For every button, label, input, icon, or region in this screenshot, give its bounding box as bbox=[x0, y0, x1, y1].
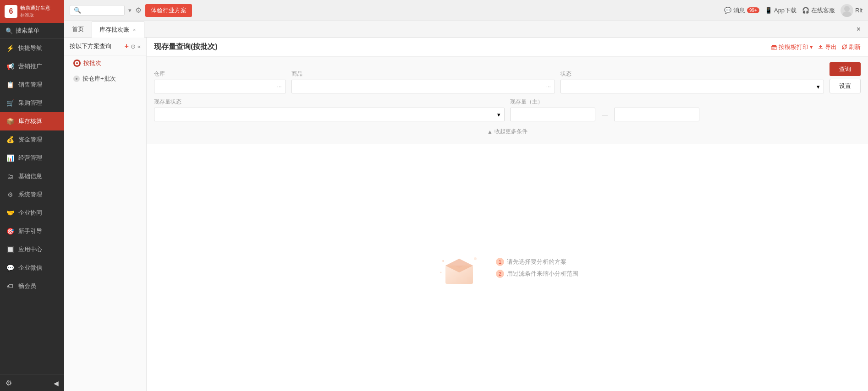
product-more-icon[interactable]: ··· bbox=[546, 83, 551, 90]
messages-label: 消息 bbox=[733, 6, 745, 15]
inventory-qty-dash: — bbox=[598, 111, 611, 118]
user-name: Rit bbox=[855, 7, 863, 14]
search-menu-label: 搜索菜单 bbox=[16, 27, 39, 35]
tab-home[interactable]: 首页 bbox=[64, 21, 92, 37]
topbar-settings-icon[interactable]: ⚙ bbox=[135, 6, 142, 15]
close-all-tabs-btn[interactable]: × bbox=[849, 22, 868, 37]
collapse-up-icon: ▲ bbox=[487, 129, 493, 135]
content-area: 按以下方案查询 + ⊙ « 按批次 按仓库+批次 bbox=[64, 38, 868, 391]
sidebar-item-purchase[interactable]: 🛒 采购管理 bbox=[0, 94, 64, 112]
sidebar-item-operation[interactable]: 📊 经营管理 bbox=[0, 149, 64, 167]
sidebar-item-newbie[interactable]: 🎯 新手引导 bbox=[0, 222, 64, 240]
settings-button[interactable]: 设置 bbox=[830, 79, 861, 93]
inventory-icon: 📦 bbox=[5, 117, 15, 126]
inventory-status-select[interactable]: ▾ bbox=[154, 108, 505, 121]
user-avatar bbox=[841, 4, 853, 17]
sidebar-item-label: 资金管理 bbox=[18, 136, 42, 144]
svg-point-15 bbox=[474, 257, 477, 260]
svg-point-0 bbox=[844, 6, 850, 11]
warehouse-filter-group: 仓库 ··· bbox=[154, 70, 286, 93]
print-btn[interactable]: 按模板打印 ▾ bbox=[771, 43, 813, 51]
left-panel: 按以下方案查询 + ⊙ « 按批次 按仓库+批次 bbox=[64, 38, 147, 391]
search-input[interactable] bbox=[83, 7, 120, 14]
status-input[interactable]: ▾ bbox=[560, 80, 824, 93]
svg-point-5 bbox=[76, 78, 77, 80]
sidebar-item-quick-nav[interactable]: ⚡ 快捷导航 bbox=[0, 39, 64, 57]
empty-tips: 1 请先选择要分析的方案 2 用过滤条件来缩小分析范围 bbox=[496, 256, 578, 280]
add-scheme-btn[interactable]: + bbox=[124, 42, 128, 50]
search-bar-icon: 🔍 bbox=[74, 7, 81, 14]
sidebar-item-sales[interactable]: 📋 销售管理 bbox=[0, 76, 64, 94]
inventory-status-dropdown-icon[interactable]: ▾ bbox=[497, 111, 500, 118]
warehouse-input[interactable]: ··· bbox=[154, 80, 286, 93]
sidebar-item-finance[interactable]: 💰 资金管理 bbox=[0, 130, 64, 149]
status-label: 状态 bbox=[560, 70, 824, 78]
online-service-label: 在线客服 bbox=[811, 6, 835, 15]
topbar-search-bar[interactable]: 🔍 bbox=[70, 5, 125, 16]
messages-icon: 💬 bbox=[724, 7, 731, 14]
appstore-icon: 🔲 bbox=[5, 245, 15, 254]
tab-inventory-batch[interactable]: 库存批次账 × bbox=[92, 22, 144, 38]
headset-icon: 🎧 bbox=[802, 7, 809, 14]
messages-badge: 99+ bbox=[747, 7, 759, 13]
query-button[interactable]: 查询 bbox=[830, 62, 861, 76]
export-btn-label: 导出 bbox=[825, 43, 837, 51]
export-btn[interactable]: 导出 bbox=[818, 43, 837, 51]
sidebar-item-label: 企业微信 bbox=[18, 264, 42, 272]
settings-button[interactable]: ⚙ bbox=[5, 379, 12, 387]
purchase-icon: 🛒 bbox=[5, 98, 15, 108]
left-panel-header: 按以下方案查询 + ⊙ « bbox=[64, 38, 146, 55]
collapse-filter-btn[interactable]: ▲ 收起更多条件 bbox=[154, 125, 861, 138]
experience-btn[interactable]: 体验行业方案 bbox=[145, 4, 192, 17]
product-input[interactable]: ··· bbox=[291, 80, 555, 93]
tab-close-icon[interactable]: × bbox=[132, 27, 137, 33]
search-menu-item[interactable]: 🔍 搜索菜单 bbox=[0, 23, 64, 39]
sidebar-footer: ⚙ ◀ bbox=[0, 375, 64, 391]
sidebar-item-label: 快捷导航 bbox=[18, 44, 42, 52]
sidebar-item-label: 应用中心 bbox=[18, 245, 42, 254]
inventory-status-group: 现存量状态 ▾ bbox=[154, 98, 505, 121]
inventory-qty-group: 现存量（主） — bbox=[510, 98, 861, 121]
sidebar-item-enterprise[interactable]: 🤝 企业协同 bbox=[0, 204, 64, 222]
sidebar-item-label: 新手引导 bbox=[18, 227, 42, 235]
scheme-item-batch[interactable]: 按批次 bbox=[64, 55, 146, 71]
collapse-button[interactable]: ◀ bbox=[54, 380, 59, 387]
empty-state: 1 请先选择要分析的方案 2 用过滤条件来缩小分析范围 bbox=[147, 144, 868, 391]
sidebar-item-system[interactable]: ⚙ 系统管理 bbox=[0, 185, 64, 204]
refresh-btn[interactable]: 刷新 bbox=[841, 43, 861, 51]
sidebar-item-label: 系统管理 bbox=[18, 190, 42, 199]
page-title-bar: 现存量查询(按批次) 按模板打印 ▾ 导出 刷新 bbox=[147, 38, 868, 57]
messages-btn[interactable]: 💬 消息 99+ bbox=[724, 6, 759, 15]
sidebar-item-basics[interactable]: 🗂 基础信息 bbox=[0, 167, 64, 185]
scheme-settings-btn[interactable]: ⊙ bbox=[131, 43, 136, 50]
scheme-item-warehouse-batch[interactable]: 按仓库+批次 bbox=[64, 71, 146, 87]
topbar-dropdown-icon[interactable]: ▾ bbox=[128, 7, 132, 14]
svg-point-14 bbox=[442, 260, 444, 262]
tabs-bar: 首页 库存批次账 × × bbox=[64, 21, 868, 38]
sidebar-item-vip[interactable]: 🏷 畅会员 bbox=[0, 277, 64, 295]
left-panel-actions: + ⊙ « bbox=[124, 42, 141, 50]
sidebar-nav: ⚡ 快捷导航 📢 营销推广 📋 销售管理 🛒 采购管理 📦 库存核算 💰 资金管… bbox=[0, 39, 64, 375]
inventory-qty-min-input[interactable] bbox=[510, 108, 595, 121]
print-dropdown-icon[interactable]: ▾ bbox=[810, 43, 813, 50]
online-service-btn[interactable]: 🎧 在线客服 bbox=[802, 6, 835, 15]
user-area[interactable]: Rit bbox=[841, 4, 863, 17]
sidebar-item-label: 基础信息 bbox=[18, 172, 42, 180]
app-download-btn[interactable]: 📱 App下载 bbox=[765, 6, 797, 15]
inventory-qty-max-input[interactable] bbox=[614, 108, 699, 121]
status-dropdown-icon[interactable]: ▾ bbox=[817, 83, 820, 90]
scheme-label-warehouse-batch: 按仓库+批次 bbox=[82, 75, 116, 83]
sidebar-item-wechat[interactable]: 💬 企业微信 bbox=[0, 259, 64, 277]
topbar: 🔍 ▾ ⚙ 体验行业方案 💬 消息 99+ 📱 App下载 🎧 在线客服 bbox=[64, 0, 868, 21]
sidebar-item-label: 经营管理 bbox=[18, 154, 42, 162]
scheme-dot-warehouse-batch bbox=[73, 76, 80, 82]
sidebar-item-label: 销售管理 bbox=[18, 81, 42, 89]
tip1-text: 请先选择要分析的方案 bbox=[507, 258, 566, 266]
sidebar-item-appstore[interactable]: 🔲 应用中心 bbox=[0, 240, 64, 259]
warehouse-more-icon[interactable]: ··· bbox=[277, 83, 282, 90]
sidebar-item-marketing[interactable]: 📢 营销推广 bbox=[0, 57, 64, 76]
app-download-icon: 📱 bbox=[765, 7, 772, 14]
sidebar-item-inventory[interactable]: 📦 库存核算 bbox=[0, 112, 64, 130]
basics-icon: 🗂 bbox=[5, 172, 15, 181]
collapse-panel-btn[interactable]: « bbox=[137, 43, 141, 50]
